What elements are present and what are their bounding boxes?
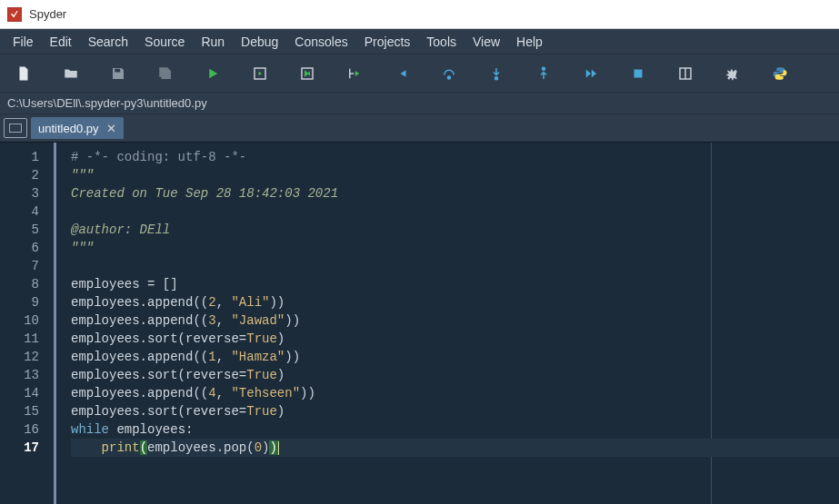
menu-search[interactable]: Search (81, 31, 135, 53)
code-text: """ (71, 168, 94, 183)
line-number: 6 (0, 239, 39, 257)
code-text: employees.sort(reverse= (71, 404, 246, 419)
code-text: ) (262, 440, 269, 455)
svg-rect-5 (634, 69, 643, 77)
menu-debug[interactable]: Debug (234, 31, 285, 53)
menu-tools[interactable]: Tools (419, 31, 464, 53)
spyder-app-icon (7, 7, 22, 22)
file-browser-icon[interactable] (4, 118, 27, 138)
main-menu: File Edit Search Source Run Debug Consol… (0, 29, 839, 54)
line-number: 14 (0, 384, 39, 402)
line-number: 12 (0, 348, 39, 366)
pythonpath-icon[interactable] (756, 55, 804, 92)
line-number-gutter: 1 2 3 4 5 6 7 8 9 10 11 12 13 14 15 16 1… (0, 143, 56, 504)
step-over-icon[interactable] (425, 55, 473, 92)
run-icon[interactable] (189, 55, 236, 92)
code-text (71, 440, 102, 455)
code-text: employees.append(( (71, 386, 208, 400)
code-text: @author: DEll (71, 222, 170, 237)
svg-point-3 (495, 76, 498, 79)
main-toolbar (0, 54, 839, 93)
line-number: 1 (0, 148, 39, 166)
code-text: , (216, 313, 232, 328)
code-text: "Tehseen" (231, 386, 300, 400)
code-editor[interactable]: 1 2 3 4 5 6 7 8 9 10 11 12 13 14 15 16 1… (0, 142, 839, 504)
menu-consoles[interactable]: Consoles (287, 31, 355, 53)
line-number: 3 (0, 184, 39, 203)
code-text: )) (285, 350, 300, 364)
file-path: C:\Users\DEll\.spyder-py3\untitled0.py (7, 96, 207, 110)
open-file-icon[interactable] (47, 55, 95, 92)
line-number: 5 (0, 221, 39, 239)
continue-icon[interactable] (567, 55, 614, 92)
code-text: , (216, 386, 232, 400)
new-file-icon[interactable] (0, 55, 47, 92)
code-text: ) (277, 368, 285, 382)
code-text: employees.sort(reverse= (71, 331, 246, 346)
save-all-icon[interactable] (142, 55, 189, 92)
code-text: 3 (208, 313, 215, 328)
svg-point-2 (448, 76, 451, 79)
code-text: True (246, 404, 277, 419)
step-into-icon[interactable] (473, 55, 520, 92)
code-text: )) (269, 295, 285, 310)
svg-point-4 (543, 67, 545, 70)
menu-projects[interactable]: Projects (357, 31, 418, 53)
preferences-icon[interactable] (709, 55, 756, 92)
close-icon[interactable]: ✕ (106, 122, 116, 135)
line-number: 9 (0, 293, 39, 311)
line-number: 2 (0, 166, 39, 184)
tab-untitled0[interactable]: untitled0.py ✕ (31, 117, 124, 139)
code-text: "Ali" (231, 295, 269, 310)
code-text: )) (300, 386, 315, 400)
line-number: 13 (0, 366, 39, 384)
code-text: employees.sort(reverse= (71, 368, 246, 382)
editor-tabs: untitled0.py ✕ (0, 114, 839, 142)
layout-icon[interactable] (662, 55, 709, 92)
code-text: employees = [] (71, 277, 178, 292)
code-text: 2 (208, 295, 215, 310)
code-text: print (102, 440, 140, 455)
code-text: employees: (109, 422, 193, 437)
tab-label: untitled0.py (38, 122, 99, 135)
run-cell-icon[interactable] (236, 55, 284, 92)
menu-view[interactable]: View (465, 31, 507, 53)
code-text: Created on Tue Sep 28 18:42:03 2021 (71, 186, 338, 201)
code-text: 0 (255, 440, 262, 455)
debug-icon[interactable] (378, 55, 425, 92)
line-number: 16 (0, 420, 39, 439)
menu-edit[interactable]: Edit (43, 31, 79, 53)
window-title: Spyder (29, 7, 66, 21)
code-text: "Jawad" (231, 313, 285, 328)
code-text: ( (140, 440, 147, 455)
window-titlebar: Spyder (0, 0, 839, 29)
run-cell-advance-icon[interactable] (284, 55, 331, 92)
menu-run[interactable]: Run (194, 31, 232, 53)
line-number: 11 (0, 330, 39, 348)
code-text: while (71, 422, 109, 437)
menu-source[interactable]: Source (137, 31, 192, 53)
menu-file[interactable]: File (5, 31, 41, 53)
step-out-icon[interactable] (520, 55, 567, 92)
code-text: , (216, 295, 232, 310)
code-text: 1 (208, 350, 215, 364)
code-text: employees.pop( (147, 440, 255, 455)
code-text: # -*- coding: utf-8 -*- (71, 150, 246, 164)
line-number: 4 (0, 203, 39, 221)
line-number: 10 (0, 311, 39, 330)
code-text: 4 (208, 386, 215, 400)
line-number: 8 (0, 275, 39, 293)
code-text: employees.append(( (71, 350, 208, 364)
menu-help[interactable]: Help (509, 31, 550, 53)
code-text: employees.append(( (71, 313, 208, 328)
code-text: ) (269, 440, 278, 455)
stop-icon[interactable] (614, 55, 662, 92)
code-text: ) (277, 404, 285, 419)
code-text: True (246, 331, 277, 346)
code-area[interactable]: # -*- coding: utf-8 -*- """ Created on T… (56, 143, 839, 504)
save-icon[interactable] (95, 55, 142, 92)
line-number: 17 (0, 439, 39, 457)
code-text: ) (277, 331, 285, 346)
path-bar: C:\Users\DEll\.spyder-py3\untitled0.py (0, 93, 839, 114)
run-selection-icon[interactable] (331, 55, 378, 92)
